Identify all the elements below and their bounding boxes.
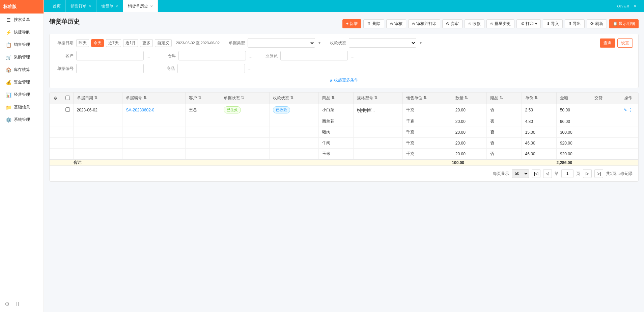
filter-item-doc-type: 单据类型 ▾ bbox=[226, 38, 321, 48]
customer-input[interactable] bbox=[76, 51, 144, 60]
row-payment-status: 已收款 bbox=[269, 104, 318, 116]
tab-home[interactable]: 首页 bbox=[48, 0, 66, 12]
sidebar-item-finance-mgmt[interactable]: 💰 资金管理 bbox=[0, 76, 44, 88]
basic-info-icon: 📁 bbox=[6, 105, 11, 110]
audit-button[interactable]: ⊙ 审核 bbox=[386, 19, 406, 28]
sidebar-item-label: 销售管理 bbox=[14, 42, 30, 48]
row-quantity: 20.00 bbox=[452, 104, 486, 116]
goods-input[interactable] bbox=[177, 64, 245, 73]
sidebar-item-inventory[interactable]: 🏠 库存核算 bbox=[0, 63, 44, 76]
sidebar-item-purchase-mgmt[interactable]: 🛒 采购管理 bbox=[0, 51, 44, 63]
col-quantity[interactable]: 数量 ⇅ bbox=[452, 93, 486, 104]
row-checkbox[interactable] bbox=[62, 138, 73, 149]
print-button[interactable]: 🖨 打印 ▾ bbox=[516, 19, 540, 28]
table-row: 西兰花 千克 20.00 否 4.80 96.00 bbox=[50, 116, 638, 127]
import-button[interactable]: ⬇ 导入 bbox=[543, 19, 563, 28]
sidebar-item-operation-mgmt[interactable]: 📊 经营管理 bbox=[0, 88, 44, 101]
col-goods[interactable]: 商品 ⇅ bbox=[318, 93, 353, 104]
table-row: 2023-06-02 SA-20230602-0 王总 已生效 已收款 小白菜 … bbox=[50, 104, 638, 116]
refresh-button[interactable]: ⟳ 刷新 bbox=[587, 19, 607, 28]
per-page-select[interactable]: 50 10 20 100 bbox=[512, 169, 529, 178]
date-btn-yesterday[interactable]: 昨天 bbox=[76, 39, 89, 47]
row-edit-btn[interactable]: ✎ bbox=[624, 108, 627, 112]
collapse-bar[interactable]: ∧ 收起更多条件 bbox=[55, 77, 633, 84]
col-customer[interactable]: 客户 ⇅ bbox=[185, 93, 220, 104]
select-all-checkbox[interactable] bbox=[65, 96, 70, 100]
sidebar-item-search-menu[interactable]: ☰ 搜索菜单 bbox=[0, 14, 44, 26]
col-unit-price[interactable]: 单价 ⇅ bbox=[522, 93, 556, 104]
tab-sales-order-close[interactable]: ✕ bbox=[89, 4, 91, 8]
col-payment-status[interactable]: 收款状态 ⇅ bbox=[269, 93, 318, 104]
row-checkbox[interactable] bbox=[62, 116, 73, 127]
doc-type-select[interactable] bbox=[248, 38, 315, 48]
col-spec[interactable]: 规格型号 ⇅ bbox=[354, 93, 403, 104]
col-doc-no[interactable]: 单据编号 ⇅ bbox=[122, 93, 185, 104]
delete-button[interactable]: 🗑 删除 bbox=[363, 19, 384, 28]
salesperson-input[interactable] bbox=[280, 51, 348, 60]
page-next-btn[interactable]: ▷ bbox=[583, 169, 592, 178]
tab-history-close[interactable]: ✕ bbox=[150, 4, 153, 8]
col-doc-date[interactable]: 单据日期 ⇅ bbox=[73, 93, 122, 104]
date-btn-custom[interactable]: 自定义 bbox=[155, 39, 172, 47]
doc-no-input[interactable] bbox=[76, 64, 144, 73]
goods-label: 商品 bbox=[156, 66, 175, 72]
col-unit[interactable]: 销售单位 ⇅ bbox=[402, 93, 452, 104]
sidebar-item-label: 经营管理 bbox=[14, 92, 30, 98]
col-gift[interactable]: 赠品 ⇅ bbox=[487, 93, 522, 104]
page-first-btn[interactable]: |◁ bbox=[532, 169, 540, 178]
tab-sales-order[interactable]: 销售订单 ✕ bbox=[66, 0, 96, 12]
row-unit: 千克 bbox=[402, 116, 452, 127]
audit-print-button[interactable]: ⊙ 审核并打印 bbox=[408, 19, 440, 28]
col-doc-status[interactable]: 单据状态 ⇅ bbox=[220, 93, 269, 104]
warehouse-input[interactable] bbox=[178, 51, 246, 60]
date-btn-7days[interactable]: 近7天 bbox=[106, 39, 121, 47]
abandon-button[interactable]: ⊘ 弃审 bbox=[442, 19, 462, 28]
date-btn-more[interactable]: 更多 bbox=[140, 39, 153, 47]
customer-picker-icon[interactable]: ... bbox=[146, 53, 150, 58]
sidebar-item-system-mgmt[interactable]: ⚙️ 系统管理 bbox=[0, 113, 44, 126]
pause-icon[interactable]: ⏸ bbox=[15, 301, 20, 307]
payment-status-select[interactable] bbox=[349, 38, 416, 48]
tab-sales-delivery[interactable]: 销货单 ✕ bbox=[96, 0, 123, 12]
date-btn-today[interactable]: 今天 bbox=[91, 39, 104, 47]
row-check[interactable] bbox=[65, 107, 70, 112]
sidebar-item-sales-mgmt[interactable]: 📋 销售管理 bbox=[0, 38, 44, 51]
tab-sales-delivery-close[interactable]: ✕ bbox=[115, 4, 118, 8]
collect-button[interactable]: ⊙ 收款 bbox=[465, 19, 484, 28]
settings-icon[interactable]: ⚙ bbox=[5, 301, 9, 307]
col-gear[interactable]: ⚙ bbox=[50, 93, 62, 104]
salesperson-picker-icon[interactable]: ... bbox=[351, 53, 355, 58]
row-checkbox[interactable] bbox=[62, 104, 73, 116]
close-window-btn[interactable]: ✕ bbox=[634, 4, 637, 8]
page-prev-btn[interactable]: ◁ bbox=[543, 169, 552, 178]
date-shortcuts: 昨天 今天 近7天 近1月 更多 自定义 2023-06-02 至 2023-0… bbox=[76, 39, 220, 47]
row-more-btn[interactable]: ⋮ bbox=[628, 108, 633, 112]
page-suffix: 页 bbox=[576, 171, 580, 177]
table-row: 牛肉 千克 20.00 否 46.00 920.00 bbox=[50, 138, 638, 149]
batch-change-button[interactable]: ⊙ 批量变更 bbox=[486, 19, 514, 28]
goods-picker-icon[interactable]: ... bbox=[248, 66, 252, 71]
tab-history[interactable]: 销货单历史 ✕ bbox=[123, 0, 158, 12]
inventory-icon: 🏠 bbox=[6, 67, 11, 73]
data-table-wrapper: ⚙ 单据日期 ⇅ 单据编号 ⇅ 客户 ⇅ bbox=[49, 92, 639, 182]
query-button[interactable]: 查询 bbox=[600, 38, 615, 48]
row-checkbox[interactable] bbox=[62, 149, 73, 160]
row-checkbox[interactable] bbox=[62, 127, 73, 138]
sidebar-item-basic-info[interactable]: 📁 基础信息 bbox=[0, 101, 44, 113]
new-button[interactable]: + 新增 bbox=[342, 19, 361, 28]
export-button[interactable]: ⬆ 导出 bbox=[565, 19, 585, 28]
page-last-btn[interactable]: ▷| bbox=[594, 169, 603, 178]
warehouse-picker-icon[interactable]: ... bbox=[249, 53, 253, 58]
row-goods: 玉米 bbox=[318, 149, 353, 160]
content-area: 销货单历史 + 新增 🗑 删除 ⊙ 审核 ⊙ 审核并打印 ⊘ 弃审 ⊙ 收款 ⊙… bbox=[44, 12, 644, 312]
date-btn-1month[interactable]: 近1月 bbox=[123, 39, 138, 47]
page-number-input[interactable] bbox=[561, 169, 573, 178]
row-amount: 300.00 bbox=[556, 127, 591, 138]
doc-no-link[interactable]: SA-20230602-0 bbox=[126, 108, 154, 112]
row-goods: 小白菜 bbox=[318, 104, 353, 116]
setting-button[interactable]: 设置 bbox=[617, 38, 633, 48]
sidebar-item-quick-nav[interactable]: ⚡ 快捷导航 bbox=[0, 26, 44, 38]
show-detail-button[interactable]: 📋 显示明细 bbox=[609, 19, 639, 28]
page-label: 第 bbox=[555, 171, 559, 177]
finance-icon: 💰 bbox=[6, 80, 11, 85]
